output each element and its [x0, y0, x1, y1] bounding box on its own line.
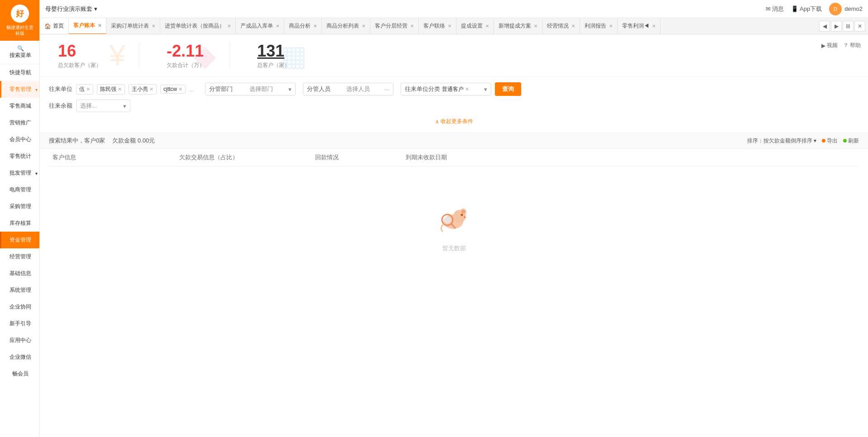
sidebar-item-label: 经营管理 — [4, 253, 37, 261]
filter-tag-unit1-close[interactable]: ✕ — [86, 86, 90, 92]
tab-new-promo[interactable]: 新增提成方案 ✕ — [494, 18, 542, 34]
filter-tag-normal-close[interactable]: ✕ — [465, 86, 469, 92]
sidebar-item-system[interactable]: 系统管理 — [0, 282, 39, 299]
app-download-btn[interactable]: 📱 App下载 — [791, 5, 822, 13]
filter-tag-cjttcw-close[interactable]: ✕ — [178, 86, 182, 92]
tab-production[interactable]: 产成品入库单 ✕ — [236, 18, 284, 34]
sidebar-item-label: 资金管理 — [4, 236, 37, 244]
sidebar-item-label: 营销推广 — [4, 119, 37, 127]
sidebar-item-quick-nav[interactable]: 快捷导航 — [0, 64, 39, 81]
sort-btn[interactable]: 排序：按欠款金额倒序排序 ▾ — [747, 137, 816, 145]
tab-close-ct[interactable]: ✕ — [410, 24, 414, 28]
logo-text: 畅捷通好生意 — [6, 24, 34, 30]
tab-close-customer-accounts[interactable]: ✕ — [98, 23, 101, 28]
sidebar-item-retail-stats[interactable]: 零售统计 — [0, 148, 39, 165]
sidebar-item-label: 快捷导航 — [4, 69, 37, 76]
sidebar-item-enterprise[interactable]: 企业协同 — [0, 299, 39, 315]
sidebar-item-wechat[interactable]: 企业微信 — [0, 349, 39, 366]
stat-total-debt: ◆ -2.11 欠款合计（万） — [139, 42, 230, 69]
dept-label: 分管部门 — [209, 85, 233, 93]
tab-close-all-btn[interactable]: ✕ — [854, 21, 865, 32]
refresh-btn[interactable]: 刷新 — [843, 137, 859, 145]
tab-customer-accounts[interactable]: 客户账本 ✕ — [69, 18, 106, 34]
col-due-date: 到期未收款日期 — [402, 153, 859, 162]
filter-tag-chenminqiang-text: 陈民强 — [100, 86, 116, 93]
sidebar-item-label: 零售商城 — [4, 102, 37, 110]
tab-inbound-stats[interactable]: 进货单统计表（按商品） ✕ — [160, 18, 236, 34]
tab-profit-report[interactable]: 利润报告 ✕ — [580, 18, 618, 34]
help-icon: ？ — [843, 42, 849, 49]
sidebar-item-new-guide[interactable]: 新手引导 — [0, 315, 39, 332]
account-selector[interactable]: 母婴行业演示账套 ▾ — [45, 5, 97, 13]
account-name: 母婴行业演示账套 — [45, 5, 92, 13]
tab-customer-accounts-label: 客户账本 — [73, 22, 95, 29]
sidebar-item-app-center[interactable]: 应用中心 — [0, 332, 39, 349]
help-label: 帮助 — [850, 42, 861, 49]
sidebar-item-label: 零售统计 — [4, 152, 37, 160]
video-btn[interactable]: ▶ 视频 — [821, 42, 838, 49]
balance-dropdown[interactable]: 选择... ▾ — [76, 100, 130, 112]
sidebar-item-vip[interactable]: 畅会员 — [0, 366, 39, 382]
tab-close-op[interactable]: ✕ — [571, 24, 575, 28]
tab-close-pl[interactable]: ✕ — [362, 24, 365, 28]
col-debt-info: 欠款交易信息（占比） — [176, 153, 312, 162]
help-btn[interactable]: ？ 帮助 — [843, 42, 861, 49]
export-btn[interactable]: 导出 — [822, 137, 838, 145]
tab-product-list[interactable]: 商品分析列表 ✕ — [322, 18, 370, 34]
filter-tag-chenminqiang-close[interactable]: ✕ — [118, 86, 122, 92]
sidebar-item-retail-mall[interactable]: 零售商城 — [0, 98, 39, 114]
dept-dropdown[interactable]: 分管部门 选择部门 ▾ — [205, 83, 296, 95]
message-btn[interactable]: ✉ 消息 — [766, 5, 784, 13]
sidebar-item-search[interactable]: 🔍 搜索菜单 — [0, 41, 39, 64]
empty-state: 暂无数据 — [49, 166, 859, 289]
debt-amount-text: 欠款金额 0.00元 — [112, 137, 155, 145]
tab-close-inbound[interactable]: ✕ — [227, 24, 231, 28]
tab-close-pa[interactable]: ✕ — [313, 24, 317, 28]
tab-customer-contact[interactable]: 客户联络 ✕ — [419, 18, 456, 34]
tab-close-rp[interactable]: ✕ — [652, 24, 656, 28]
manager-dropdown[interactable]: 分管人员 选择人员 ··· — [303, 83, 393, 95]
sidebar-item-marketing[interactable]: 营销推广 — [0, 114, 39, 131]
tab-close-production[interactable]: ✕ — [276, 24, 279, 28]
tab-customer-tier[interactable]: 客户分层经营 ✕ — [370, 18, 419, 34]
sidebar-item-purchase[interactable]: 采购管理 — [0, 198, 39, 215]
logo-icon: 好 — [11, 5, 29, 23]
sidebar-item-inventory[interactable]: 库存核算 — [0, 215, 39, 232]
search-result-text: 搜索结果中，客户0家 — [49, 137, 105, 145]
dropdown-icon: ▾ — [94, 5, 97, 12]
svg-point-7 — [444, 216, 451, 223]
tab-close-ps[interactable]: ✕ — [485, 24, 489, 28]
message-icon: ✉ — [766, 5, 771, 12]
tab-product-analysis[interactable]: 商品分析 ✕ — [284, 18, 322, 34]
sidebar-item-operations[interactable]: 经营管理 — [0, 248, 39, 265]
filter-tag-wangxiaoliang-close[interactable]: ✕ — [149, 86, 153, 92]
tab-close-pr[interactable]: ✕ — [609, 24, 613, 28]
sidebar-item-basic-info[interactable]: 基础信息 — [0, 265, 39, 282]
tab-operations[interactable]: 经营情况 ✕ — [542, 18, 580, 34]
tab-purchase-orders[interactable]: 采购订单统计表 ✕ — [106, 18, 160, 34]
stat-bg-building-icon: ▦ — [280, 39, 307, 72]
sidebar-item-member[interactable]: 会员中心 — [0, 131, 39, 148]
tab-retail-profit[interactable]: 零售利润◀ ✕ — [618, 18, 661, 34]
filter-more-btn[interactable]: ... — [189, 86, 194, 93]
unit-label: 往来单位 — [49, 85, 72, 93]
download-icon: 📱 — [791, 5, 798, 12]
tab-next-btn[interactable]: ▶ — [831, 21, 842, 32]
sidebar-item-ecommerce[interactable]: 电商管理 — [0, 181, 39, 198]
tab-prev-btn[interactable]: ◀ — [819, 21, 830, 32]
collapse-btn[interactable]: ∧ 收起更多条件 — [435, 116, 473, 127]
tab-promo-settings[interactable]: 提成设置 ✕ — [456, 18, 494, 34]
sidebar-item-capital[interactable]: 资金管理 — [0, 232, 39, 248]
user-area[interactable]: D demo2 — [829, 3, 863, 15]
unit-class-dropdown[interactable]: 往来单位分类 普通客户 ✕ ▾ — [401, 83, 491, 95]
tab-close-np[interactable]: ✕ — [534, 24, 537, 28]
sidebar: 好 畅捷通好生意 标版 🔍 搜索菜单 快捷导航 零售管理 零售商城 营销推广 会… — [0, 0, 40, 437]
logo-version: 标版 — [15, 30, 24, 36]
tab-close-cc[interactable]: ✕ — [448, 24, 451, 28]
tab-home[interactable]: 🏠 首页 — [40, 18, 69, 34]
sidebar-item-retail-mgmt[interactable]: 零售管理 — [0, 81, 39, 98]
query-button[interactable]: 查询 — [495, 82, 521, 96]
tab-close-purchase[interactable]: ✕ — [152, 24, 155, 28]
tab-expand-btn[interactable]: ⊞ — [843, 21, 854, 32]
sidebar-item-wholesale[interactable]: 批发管理 — [0, 165, 39, 181]
